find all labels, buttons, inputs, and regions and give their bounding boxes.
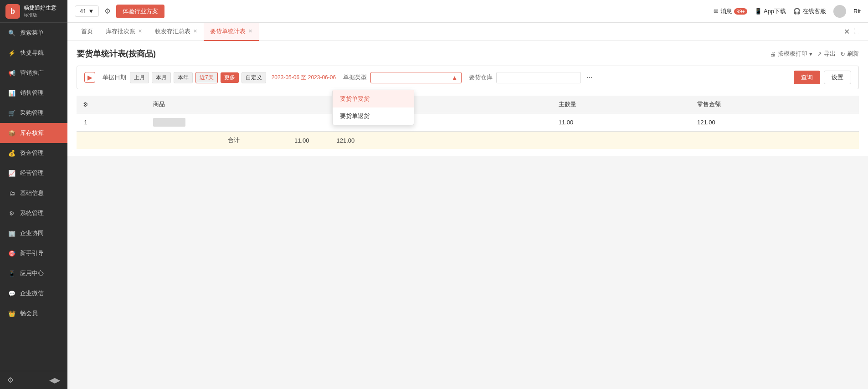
th-index (95, 96, 148, 113)
sidebar-logo: b 畅捷通好生意 标准版 (0, 0, 67, 23)
sidebar-item-enterprise[interactable]: 🏢 企业协同 (0, 223, 67, 243)
nav-label-marketing: 营销推广 (20, 69, 44, 77)
sidebar-item-vip[interactable]: 👑 畅会员 (0, 303, 67, 323)
topbar-right: ✉ 消息 99+ 📱 App下载 🎧 在线客服 Rit (714, 5, 861, 18)
warehouse-input[interactable] (496, 72, 581, 83)
main-area: 41 ▼ ⚙ 体验行业方案 ✉ 消息 99+ 📱 App下载 🎧 在线客服 Ri… (67, 0, 868, 389)
type-select[interactable]: ▲ (370, 72, 462, 83)
nav-label-appstore: 应用中心 (20, 269, 44, 277)
tabs-actions: ✕ ⛶ (844, 27, 861, 36)
date-this-year[interactable]: 本年 (174, 72, 193, 83)
dropdown-item-0[interactable]: 要货单要货 (333, 90, 414, 107)
nav-icon-enterprise: 🏢 (7, 229, 16, 238)
sidebar-item-guide[interactable]: 🎯 新手引导 (0, 243, 67, 263)
tab-close-inventory-batch[interactable]: ✕ (138, 28, 142, 34)
date-last-month[interactable]: 上月 (130, 72, 149, 83)
tab-inventory-batch[interactable]: 库存批次账 ✕ (99, 23, 149, 41)
collapse-icon[interactable]: ◀▶ (49, 376, 60, 384)
sidebar-item-marketing[interactable]: 📢 营销推广 (0, 63, 67, 83)
export-button[interactable]: ↗ 导出 (817, 50, 836, 58)
message-icon: ✉ (714, 8, 719, 15)
nav-label-finance: 资金管理 (20, 149, 44, 157)
sidebar-item-inventory[interactable]: 📦 库存核算 (0, 123, 67, 143)
app-download-button[interactable]: 📱 App下载 (755, 7, 786, 15)
app-logo-text: 畅捷通好生意 标准版 (24, 4, 56, 18)
nav-icon-guide: 🎯 (7, 249, 16, 258)
app-logo-icon: b (5, 4, 20, 19)
data-table: ⚙ 商品 主计量单位 主数量 零售金额 1 (77, 96, 859, 131)
headset-icon: 🎧 (793, 8, 801, 15)
user-name: Rit (853, 8, 861, 15)
nav-icon-finance: 💰 (7, 148, 16, 158)
table-container: ⚙ 商品 主计量单位 主数量 零售金额 1 (77, 96, 859, 149)
content-area: 要货单统计表(按商品) 🖨 按模板打印 ▾ ↗ 导出 ↻ 刷新 (67, 41, 868, 389)
settings-button[interactable]: 设置 (824, 71, 851, 84)
td-qty: 11.00 (553, 113, 692, 131)
messages-button[interactable]: ✉ 消息 99+ (714, 7, 747, 15)
tab-label-order-stats: 要货单统计表 (210, 27, 246, 36)
tab-label-inventory-batch: 库存批次账 (106, 27, 135, 36)
nav-label-inventory: 库存核算 (20, 129, 44, 137)
topbar-gear-icon[interactable]: ⚙ (104, 7, 111, 15)
th-settings[interactable]: ⚙ (77, 96, 95, 113)
date-more-button[interactable]: 更多 (221, 72, 239, 83)
filter-bar: ▶ 单据日期 上月 本月 本年 近7天 更多 自定义 2023-05-06 至 … (77, 66, 859, 89)
tab-receive-summary[interactable]: 收发存汇总表 ✕ (149, 23, 204, 41)
nav-label-enterprise: 企业协同 (20, 229, 44, 237)
tab-close-receive-summary[interactable]: ✕ (193, 28, 197, 34)
sidebar-item-appstore[interactable]: 📱 应用中心 (0, 263, 67, 283)
refresh-icon: ↻ (840, 51, 845, 57)
company-dropdown[interactable]: 41 ▼ (75, 5, 99, 17)
page: 要货单统计表(按商品) 🖨 按模板打印 ▾ ↗ 导出 ↻ 刷新 (67, 41, 868, 156)
close-tab-icon[interactable]: ✕ (844, 27, 850, 36)
date-custom-button[interactable]: 自定义 (241, 72, 266, 83)
date-buttons: 上月 本月 本年 近7天 更多 自定义 (130, 72, 266, 83)
nav-label-operation: 经营管理 (20, 169, 44, 177)
tab-close-order-stats[interactable]: ✕ (248, 28, 252, 34)
sidebar-item-purchase[interactable]: 🛒 采购管理 (0, 103, 67, 123)
sidebar-item-wechat[interactable]: 💬 企业微信 (0, 283, 67, 303)
filter-more-button[interactable]: ··· (586, 73, 592, 82)
date-filter-group: 单据日期 上月 本月 本年 近7天 更多 自定义 2023-05-06 至 20… (103, 72, 336, 83)
filter-expand-button[interactable]: ▶ (84, 72, 95, 83)
nav-icon-shortcut: ⚡ (7, 48, 16, 57)
date-7days[interactable]: 近7天 (195, 72, 218, 83)
table-body: 1 ██████ 块 11.00 121.00 (77, 113, 859, 131)
table-footer: 合计 11.00 121.00 (77, 131, 859, 149)
nav-icon-vip: 👑 (7, 309, 16, 318)
sidebar-item-finance[interactable]: 💰 资金管理 (0, 143, 67, 163)
online-service-button[interactable]: 🎧 在线客服 (793, 7, 826, 15)
print-button[interactable]: 🖨 按模板打印 ▾ (770, 50, 812, 58)
tab-order-stats[interactable]: 要货单统计表 ✕ (204, 23, 259, 41)
date-range-display: 2023-05-06 至 2023-06-06 (272, 74, 336, 82)
filter-right-actions: 查询 设置 (794, 71, 851, 84)
trial-button[interactable]: 体验行业方案 (116, 5, 164, 18)
sidebar-item-search[interactable]: 🔍 搜索菜单 (0, 23, 67, 43)
nav-icon-purchase: 🛒 (7, 108, 16, 118)
tabs-bar: 首页库存批次账 ✕收发存汇总表 ✕要货单统计表 ✕ ✕ ⛶ (67, 23, 868, 41)
query-button[interactable]: 查询 (794, 71, 820, 84)
sidebar-nav: 🔍 搜索菜单 ⚡ 快捷导航 📢 营销推广 📊 销售管理 🛒 采购管理 📦 库存核… (0, 23, 67, 371)
print-icon: 🖨 (770, 51, 776, 57)
sidebar-item-basic[interactable]: 🗂 基础信息 (0, 183, 67, 203)
footer-qty: 11.00 (294, 137, 309, 144)
user-avatar[interactable] (833, 5, 846, 18)
maximize-icon[interactable]: ⛶ (853, 27, 861, 36)
download-icon: 📱 (755, 8, 762, 15)
sidebar-item-operation[interactable]: 📈 经营管理 (0, 163, 67, 183)
tab-home[interactable]: 首页 (75, 23, 99, 41)
dropdown-item-1[interactable]: 要货单退货 (333, 107, 414, 125)
sidebar-footer: ⚙ ◀▶ (0, 371, 67, 389)
refresh-button[interactable]: ↻ 刷新 (840, 50, 859, 58)
sidebar-item-shortcut[interactable]: ⚡ 快捷导航 (0, 43, 67, 63)
nav-icon-inventory: 📦 (7, 128, 16, 138)
settings-icon[interactable]: ⚙ (7, 376, 14, 384)
nav-icon-appstore: 📱 (7, 269, 16, 278)
sidebar-item-system[interactable]: ⚙ 系统管理 (0, 203, 67, 223)
type-select-value (375, 74, 376, 81)
date-this-month[interactable]: 本月 (152, 72, 171, 83)
sidebar: b 畅捷通好生意 标准版 🔍 搜索菜单 ⚡ 快捷导航 📢 营销推广 📊 销售管理… (0, 0, 67, 389)
warehouse-filter-group: 要货仓库 ··· (469, 72, 592, 83)
sidebar-item-sales[interactable]: 📊 销售管理 (0, 83, 67, 103)
nav-icon-system: ⚙ (7, 209, 16, 218)
